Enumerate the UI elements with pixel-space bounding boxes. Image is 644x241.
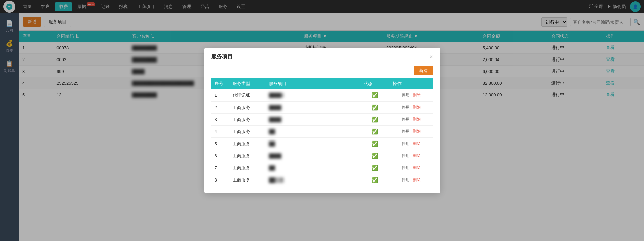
modal-cell-service: ████ [266, 150, 360, 162]
modal-cell-seq: 4 [211, 126, 229, 138]
stop-button[interactable]: 停用 [402, 177, 410, 183]
modal-col-seq: 序号 [211, 78, 229, 89]
modal-cell-service: ████1 [266, 89, 360, 102]
modal-table-row: 4 工商服务 ██ ✅ 停用 删除 [211, 126, 433, 138]
modal-col-action: 操作 [389, 78, 433, 89]
modal-cell-seq: 7 [211, 162, 229, 174]
modal-cell-service: ██ [266, 138, 360, 150]
modal-cell-action: 停用 删除 [389, 114, 433, 126]
stop-button[interactable]: 停用 [402, 141, 410, 147]
stop-button[interactable]: 停用 [402, 105, 410, 110]
stop-button[interactable]: 停用 [402, 129, 410, 134]
modal-col-service: 服务项目 [266, 78, 360, 89]
modal-table-row: 3 工商服务 ████ ✅ 停用 删除 [211, 114, 433, 126]
modal-body: 序号 服务类型 服务项目 状态 操作 1 代理记账 ████1 ✅ 停用 删除 … [204, 78, 440, 193]
modal-table-row: 6 工商服务 ████ ✅ 停用 删除 [211, 150, 433, 162]
modal-table-row: 7 工商服务 ██ ✅ 停用 删除 [211, 162, 433, 174]
modal-cell-action: 停用 删除 [389, 162, 433, 174]
modal-cell-status: ✅ [360, 126, 389, 138]
modal-cell-service: ██ [266, 126, 360, 138]
modal-cell-seq: 2 [211, 102, 229, 114]
modal-cell-status: ✅ [360, 138, 389, 150]
modal-table-row: 8 工商服务 ██注册 ✅ 停用 删除 [211, 174, 433, 186]
delete-button[interactable]: 删除 [413, 177, 421, 183]
modal-cell-action: 停用 删除 [389, 126, 433, 138]
modal-close-button[interactable]: × [429, 53, 433, 61]
modal-cell-service: ████ [266, 102, 360, 114]
modal-overlay[interactable]: 服务项目 × 新建 序号 服务类型 服务项目 状态 操作 1 代理记账 ████ [0, 0, 644, 241]
stop-button[interactable]: 停用 [402, 165, 410, 171]
modal-table-row: 5 工商服务 ██ ✅ 停用 删除 [211, 138, 433, 150]
delete-button[interactable]: 删除 [413, 153, 421, 159]
modal-cell-seq: 1 [211, 89, 229, 102]
modal-col-type: 服务类型 [229, 78, 266, 89]
delete-button[interactable]: 删除 [413, 129, 421, 134]
modal-cell-service: ██ [266, 162, 360, 174]
modal-cell-type: 工商服务 [229, 150, 266, 162]
delete-button[interactable]: 删除 [413, 105, 421, 110]
modal-toolbar: 新建 [204, 63, 440, 78]
delete-button[interactable]: 删除 [413, 92, 421, 98]
modal-cell-seq: 6 [211, 150, 229, 162]
stop-button[interactable]: 停用 [402, 153, 410, 159]
modal-cell-status: ✅ [360, 102, 389, 114]
modal-cell-type: 代理记账 [229, 89, 266, 102]
modal-title: 服务项目 [211, 53, 233, 61]
delete-button[interactable]: 删除 [413, 165, 421, 171]
modal-cell-status: ✅ [360, 114, 389, 126]
modal-table-row: 2 工商服务 ████ ✅ 停用 删除 [211, 102, 433, 114]
modal-cell-status: ✅ [360, 162, 389, 174]
modal-cell-type: 工商服务 [229, 102, 266, 114]
modal-cell-seq: 3 [211, 114, 229, 126]
modal-cell-status: ✅ [360, 89, 389, 102]
delete-button[interactable]: 删除 [413, 141, 421, 147]
modal-cell-service: ████ [266, 114, 360, 126]
stop-button[interactable]: 停用 [402, 92, 410, 98]
modal-table-row: 1 代理记账 ████1 ✅ 停用 删除 [211, 89, 433, 102]
modal-cell-type: 工商服务 [229, 138, 266, 150]
modal-cell-seq: 5 [211, 138, 229, 150]
modal-cell-action: 停用 删除 [389, 150, 433, 162]
modal-cell-action: 停用 删除 [389, 174, 433, 186]
modal-cell-action: 停用 删除 [389, 89, 433, 102]
modal-cell-type: 工商服务 [229, 174, 266, 186]
modal-header: 服务项目 × [204, 48, 440, 63]
modal-cell-action: 停用 删除 [389, 102, 433, 114]
stop-button[interactable]: 停用 [402, 117, 410, 122]
delete-button[interactable]: 删除 [413, 117, 421, 122]
modal-cell-action: 停用 删除 [389, 138, 433, 150]
modal-cell-type: 工商服务 [229, 126, 266, 138]
modal-col-status: 状态 [360, 78, 389, 89]
modal-cell-type: 工商服务 [229, 114, 266, 126]
modal-cell-status: ✅ [360, 150, 389, 162]
modal-cell-type: 工商服务 [229, 162, 266, 174]
service-items-table: 序号 服务类型 服务项目 状态 操作 1 代理记账 ████1 ✅ 停用 删除 … [211, 78, 433, 186]
modal-cell-service: ██注册 [266, 174, 360, 186]
service-items-modal: 服务项目 × 新建 序号 服务类型 服务项目 状态 操作 1 代理记账 ████ [204, 48, 440, 193]
modal-cell-status: ✅ [360, 174, 389, 186]
modal-new-button[interactable]: 新建 [414, 66, 433, 75]
modal-cell-seq: 8 [211, 174, 229, 186]
